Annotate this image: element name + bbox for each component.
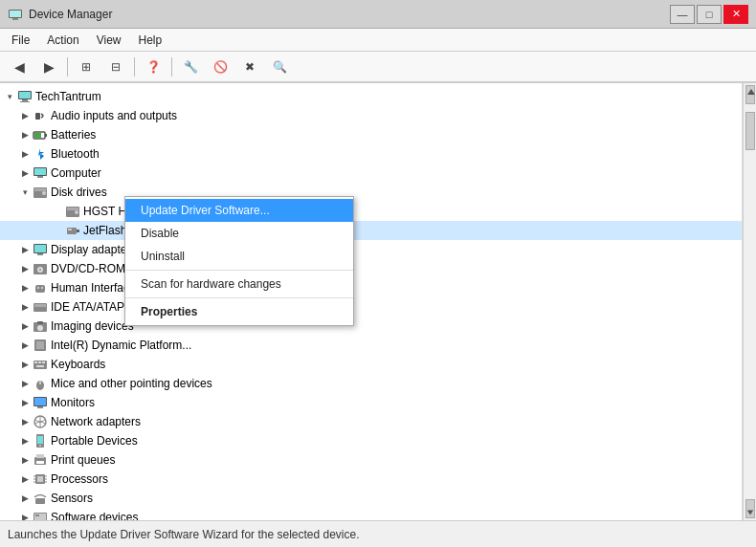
expander-portable[interactable]: ▶ <box>17 433 33 449</box>
tree-item-techtantrum[interactable]: ▾ TechTantrum <box>0 87 742 106</box>
ctx-scan-label: Scan for hardware changes <box>141 277 281 291</box>
ctx-uninstall[interactable]: Uninstall <box>125 245 353 268</box>
minimize-button[interactable]: — <box>670 5 695 24</box>
svg-rect-48 <box>37 406 43 408</box>
expander-human[interactable]: ▶ <box>17 280 33 295</box>
scroll-thumb[interactable] <box>745 112 755 150</box>
expander-mice[interactable]: ▶ <box>17 376 33 391</box>
disable-button[interactable]: 🚫 <box>207 55 233 79</box>
back-button[interactable]: ◀ <box>6 55 33 79</box>
svg-rect-65 <box>35 498 45 504</box>
dvd-icon <box>33 261 48 276</box>
tree-item-hgst[interactable]: ▶ HGST HTS545050A7E680 <box>0 202 742 221</box>
tree-item-print[interactable]: ▶ Print queues <box>0 450 742 470</box>
help-button[interactable]: ❓ <box>140 55 167 79</box>
expander-print[interactable]: ▶ <box>17 452 33 468</box>
svg-rect-13 <box>37 176 43 178</box>
expander-audio[interactable]: ▶ <box>17 108 33 123</box>
expander-network[interactable]: ▶ <box>17 414 33 429</box>
ctx-disable[interactable]: Disable <box>125 222 353 245</box>
svg-rect-38 <box>36 341 44 349</box>
expander-sensors[interactable]: ▶ <box>17 491 33 506</box>
window-controls: — □ ✕ <box>670 5 748 24</box>
ctx-properties[interactable]: Properties <box>125 300 353 323</box>
expander-display[interactable]: ▶ <box>17 242 33 257</box>
scroll-track[interactable] <box>745 104 755 499</box>
ctx-update-driver[interactable]: Update Driver Software... <box>125 199 353 222</box>
device-tree[interactable]: ▾ TechTantrum ▶ <box>0 83 743 520</box>
expander-keyboards[interactable]: ▶ <box>17 357 33 372</box>
expander-bluetooth[interactable]: ▶ <box>17 146 33 162</box>
tree-item-audio[interactable]: ▶ Audio inputs and outputs <box>0 106 742 125</box>
tree-item-intel[interactable]: ▶ Intel(R) Dynamic Platform... <box>0 336 742 355</box>
expander-software[interactable]: ▶ <box>17 510 33 520</box>
svg-point-53 <box>39 445 41 447</box>
tree-item-computer[interactable]: ▶ Computer <box>0 164 742 183</box>
tree-item-ide[interactable]: ▶ IDE ATA/ATAPI controllers <box>0 297 742 317</box>
menu-help[interactable]: Help <box>131 32 170 49</box>
expander-diskdrives[interactable]: ▾ <box>17 185 33 200</box>
tree-item-network[interactable]: ▶ Network adapters <box>0 412 742 431</box>
svg-point-35 <box>37 325 43 331</box>
expander-techtantrum[interactable]: ▾ <box>2 89 17 104</box>
tree-item-batteries[interactable]: ▶ Batteries <box>0 125 742 144</box>
scroll-down-button[interactable] <box>745 499 755 518</box>
svg-rect-68 <box>35 514 39 516</box>
hgst-icon <box>65 204 80 219</box>
tree-item-portable[interactable]: ▶ Portable Devices <box>0 431 742 450</box>
expander-monitors[interactable]: ▶ <box>17 395 33 410</box>
svg-rect-43 <box>36 365 44 367</box>
toolbar-separator-2 <box>134 57 135 77</box>
forward-button[interactable]: ▶ <box>35 55 62 79</box>
status-bar: Launches the Update Driver Software Wiza… <box>0 520 756 547</box>
menu-action[interactable]: Action <box>39 32 86 49</box>
svg-rect-6 <box>20 101 30 102</box>
bluetooth-label: Bluetooth <box>51 147 100 161</box>
close-button[interactable]: ✕ <box>723 5 748 24</box>
ctx-scan[interactable]: Scan for hardware changes <box>125 273 353 295</box>
tree-item-display[interactable]: ▶ Display adapters <box>0 240 742 259</box>
update-driver-button[interactable]: 🔧 <box>177 55 204 79</box>
menu-view[interactable]: View <box>89 32 129 49</box>
tree-item-keyboards[interactable]: ▶ Keyboards <box>0 355 742 374</box>
human-icon <box>33 280 48 295</box>
expander-dvd[interactable]: ▶ <box>17 261 33 276</box>
menu-file[interactable]: File <box>4 32 37 49</box>
uninstall-button[interactable]: ✖ <box>236 55 263 79</box>
svg-rect-58 <box>37 476 43 482</box>
expander-computer[interactable]: ▶ <box>17 165 33 181</box>
expander-imaging[interactable]: ▶ <box>17 318 33 334</box>
tree-item-processors[interactable]: ▶ Processors <box>0 470 742 489</box>
tree-item-dvd[interactable]: ▶ DVD/CD-ROM drives <box>0 259 742 278</box>
properties-button[interactable]: ⊞ <box>73 55 100 79</box>
ctx-separator-1 <box>125 270 353 271</box>
tree-item-bluetooth[interactable]: ▶ Bluetooth <box>0 144 742 164</box>
tree-item-monitors[interactable]: ▶ Monitors <box>0 393 742 412</box>
network-label: Network adapters <box>51 415 141 428</box>
expand-button[interactable]: ⊟ <box>102 55 129 79</box>
scroll-up-button[interactable] <box>745 85 755 104</box>
expander-intel[interactable]: ▶ <box>17 338 33 353</box>
scan-hardware-button[interactable]: 🔍 <box>266 55 293 79</box>
sensor-icon <box>33 491 48 506</box>
svg-rect-55 <box>36 454 44 458</box>
tree-item-mice[interactable]: ▶ Mice and other pointing devices <box>0 374 742 393</box>
expander-batteries[interactable]: ▶ <box>17 127 33 142</box>
jetflash-icon <box>65 223 80 238</box>
tree-item-imaging[interactable]: ▶ Imaging devices <box>0 317 742 336</box>
svg-rect-5 <box>22 99 28 101</box>
expander-processors[interactable]: ▶ <box>17 471 33 487</box>
imaging-icon <box>33 318 48 334</box>
svg-rect-30 <box>37 287 39 289</box>
tree-item-sensors[interactable]: ▶ Sensors <box>0 489 742 508</box>
app-icon <box>8 7 23 22</box>
monitor-icon <box>33 395 48 410</box>
tree-item-human[interactable]: ▶ Human Interface Devices <box>0 278 742 297</box>
tree-item-jetflash[interactable]: ▶ JetFlash Transcend 8GB USB Device <box>0 221 742 240</box>
expander-ide[interactable]: ▶ <box>17 299 33 315</box>
computer-icon2 <box>33 165 48 181</box>
scrollbar[interactable] <box>743 83 756 520</box>
maximize-button[interactable]: □ <box>697 5 722 24</box>
tree-item-diskdrives[interactable]: ▾ Disk drives <box>0 183 742 202</box>
tree-item-software[interactable]: ▶ Software devices <box>0 508 742 520</box>
